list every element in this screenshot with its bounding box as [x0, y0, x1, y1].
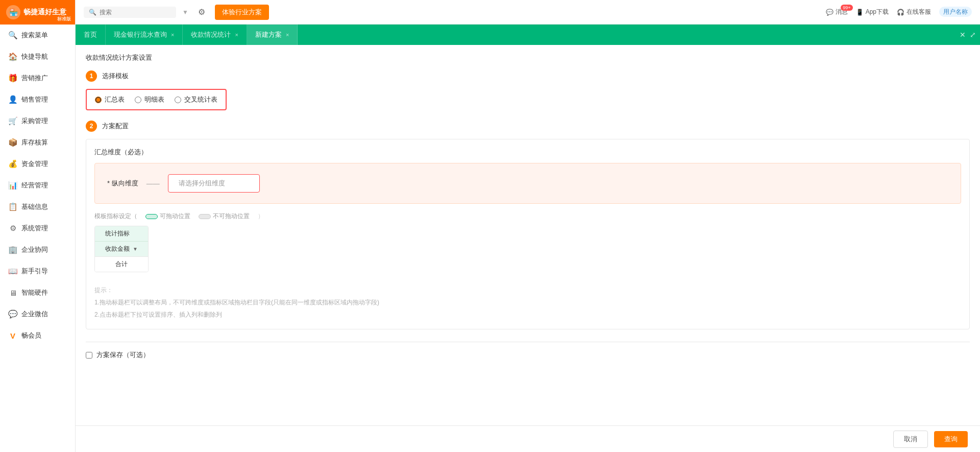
tab-home-label: 首页 — [84, 30, 97, 39]
sidebar-item-basic-info[interactable]: 📋 基础信息 — [0, 196, 75, 218]
radio-detail-label[interactable]: 明细表 — [144, 95, 164, 104]
tab-receipt-stats[interactable]: 收款情况统计 × — [183, 25, 247, 45]
step1-header: 1 选择模板 — [86, 70, 970, 82]
settings-icon[interactable]: ⚙ — [194, 5, 209, 19]
hint-non-drag: 不可拖动位置 — [199, 212, 250, 221]
sidebar-item-label: 资金管理 — [21, 159, 48, 169]
step2-number: 2 — [86, 121, 97, 132]
sidebar-item-smart-hw[interactable]: 🖥 智能硬件 — [0, 282, 75, 303]
sidebar-logo: 🏪 畅捷通好生意 标准版 — [0, 0, 75, 25]
tab-home[interactable]: 首页 — [76, 25, 106, 45]
config-section: 汇总维度（必选） * 纵向维度 —— 请选择分组维度 模 — [86, 139, 970, 329]
query-button[interactable]: 查询 — [934, 431, 968, 447]
tips-title: 提示： — [94, 287, 113, 294]
step2-title: 方案配置 — [102, 122, 129, 131]
maximize-window-icon[interactable]: ⤢ — [970, 31, 976, 39]
download-label: App下载 — [866, 8, 889, 16]
dimension-select[interactable]: 请选择分组维度 — [168, 174, 260, 193]
tab-cashflow[interactable]: 现金银行流水查询 × — [106, 25, 183, 45]
dimension-select-placeholder: 请选择分组维度 — [179, 179, 225, 187]
sidebar-item-marketing[interactable]: 🎁 营销推广 — [0, 67, 75, 89]
sidebar-item-purchase[interactable]: 🛒 采购管理 — [0, 110, 75, 132]
tab-new-plan-close[interactable]: × — [286, 32, 289, 38]
sidebar-item-label: 经营管理 — [21, 181, 48, 190]
sidebar-item-operations[interactable]: 📊 经营管理 — [0, 175, 75, 196]
system-icon: ⚙ — [8, 224, 17, 233]
chevron-down-icon: ▼ — [133, 246, 138, 252]
sidebar-item-label: 畅会员 — [21, 331, 41, 340]
content-inner: 收款情况统计方案设置 1 选择模板 汇总表 明细表 — [76, 45, 980, 425]
notification-badge: 99+ — [841, 5, 852, 11]
sidebar-menu: 🔍 搜索菜单 🏠 快捷导航 🎁 营销推广 👤 销售管理 🛒 采购管理 📦 库存核… — [0, 25, 75, 452]
cancel-button[interactable]: 取消 — [893, 431, 928, 448]
download-action[interactable]: 📱 App下载 — [856, 8, 889, 16]
close-window-icon[interactable]: ✕ — [960, 31, 966, 39]
sidebar-item-label: 企业协同 — [21, 245, 48, 254]
user-avatar[interactable]: 用户名称 — [939, 8, 972, 16]
step1-section: 1 选择模板 汇总表 明细表 — [86, 70, 970, 110]
dimension-area: * 纵向维度 —— 请选择分组维度 — [94, 163, 961, 204]
sidebar-item-label: 采购管理 — [21, 116, 48, 126]
support-action[interactable]: 🎧 在线客服 — [897, 8, 931, 16]
sidebar-item-system[interactable]: ⚙ 系统管理 — [0, 218, 75, 239]
sidebar-item-label: 销售管理 — [21, 95, 48, 104]
save-label[interactable]: 方案保存（可选） — [96, 350, 150, 360]
operations-icon: 📊 — [8, 181, 17, 190]
sidebar-item-search-menu[interactable]: 🔍 搜索菜单 — [0, 25, 75, 46]
sidebar-item-enterprise[interactable]: 🏢 企业协同 — [0, 239, 75, 260]
sidebar-item-label: 快捷导航 — [21, 52, 48, 61]
save-checkbox[interactable] — [86, 352, 92, 359]
guide-icon: 📖 — [8, 267, 17, 276]
radio-summary-label[interactable]: 汇总表 — [105, 95, 125, 104]
finance-icon: 💰 — [8, 159, 17, 169]
radio-summary-input[interactable] — [95, 97, 102, 103]
quick-nav-icon: 🏠 — [8, 52, 17, 61]
sidebar-item-member[interactable]: V 畅会员 — [0, 325, 75, 346]
stats-col-label: 收款金额 — [105, 245, 130, 253]
message-icon: 💬 — [826, 9, 834, 16]
sidebar-item-guide[interactable]: 📖 新手引导 — [0, 260, 75, 282]
message-action[interactable]: 💬 消息 99+ — [826, 8, 848, 16]
radio-cross-label[interactable]: 交叉统计表 — [184, 95, 217, 104]
marketing-icon: 🎁 — [8, 74, 17, 83]
sidebar-item-sales[interactable]: 👤 销售管理 — [0, 89, 75, 110]
search-box[interactable]: 🔍 — [84, 7, 176, 18]
sidebar-item-label: 基础信息 — [21, 202, 48, 211]
non-drag-dot — [199, 214, 211, 219]
tab-receipt-stats-label: 收款情况统计 — [191, 30, 231, 39]
hint-draggable-label: 可拖动位置 — [160, 212, 190, 221]
radio-cross[interactable]: 交叉统计表 — [175, 95, 217, 104]
sidebar-item-finance[interactable]: 💰 资金管理 — [0, 153, 75, 175]
content-area: 收款情况统计方案设置 1 选择模板 汇总表 明细表 — [76, 45, 980, 425]
sidebar-item-quick-nav[interactable]: 🏠 快捷导航 — [0, 46, 75, 67]
radio-detail-input[interactable] — [135, 97, 141, 103]
search-input[interactable] — [100, 9, 171, 16]
radio-summary[interactable]: 汇总表 — [95, 95, 125, 104]
sales-icon: 👤 — [8, 95, 17, 104]
sidebar-item-label: 系统管理 — [21, 224, 48, 233]
logo-badge: 标准版 — [57, 16, 71, 22]
step2-section: 2 方案配置 汇总维度（必选） * 纵向维度 —— 请选择分组维度 — [86, 121, 970, 329]
hint-non-drag-label: 不可拖动位置 — [213, 212, 250, 221]
tab-receipt-stats-close[interactable]: × — [235, 32, 238, 38]
save-section: 方案保存（可选） — [86, 342, 970, 360]
radio-cross-input[interactable] — [175, 97, 181, 103]
sidebar-item-label: 库存核算 — [21, 138, 48, 147]
step1-title: 选择模板 — [102, 72, 129, 81]
stats-col-header[interactable]: 收款金额 ▼ — [95, 242, 148, 256]
draggable-dot — [145, 214, 158, 219]
page-title: 收款情况统计方案设置 — [86, 53, 970, 62]
metrics-hint-close: ） — [258, 212, 264, 221]
sidebar-item-inventory[interactable]: 📦 库存核算 — [0, 132, 75, 153]
basic-info-icon: 📋 — [8, 202, 17, 211]
industry-btn[interactable]: 体验行业方案 — [215, 5, 269, 20]
dropdown-arrow-icon[interactable]: ▼ — [182, 9, 188, 16]
sidebar-item-wechat[interactable]: 💬 企业微信 — [0, 303, 75, 325]
phone-icon: 📱 — [856, 9, 864, 16]
radio-detail[interactable]: 明细表 — [135, 95, 164, 104]
stats-cell-total: 合计 — [95, 256, 148, 272]
tab-new-plan[interactable]: 新建方案 × — [247, 25, 298, 45]
sidebar-item-label: 企业微信 — [21, 310, 48, 319]
tab-cashflow-label: 现金银行流水查询 — [114, 30, 167, 39]
tab-cashflow-close[interactable]: × — [171, 32, 174, 38]
